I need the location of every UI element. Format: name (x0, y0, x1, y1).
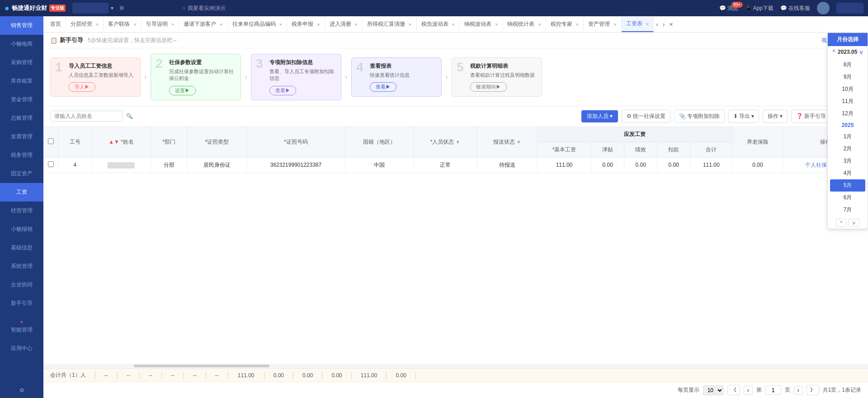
select-all-checkbox[interactable] (48, 138, 54, 144)
tab-close-all-btn[interactable]: × (667, 21, 675, 28)
next-page-btn[interactable]: › (794, 386, 803, 395)
sidebar-item-ledger[interactable]: 总账管理 (0, 109, 43, 127)
close-tab-tax-fluctuation[interactable]: × (495, 22, 498, 27)
close-tab-customer[interactable]: × (133, 22, 136, 27)
tab-tax-expert[interactable]: 税控专家 × (546, 17, 584, 32)
user-avatar[interactable] (817, 2, 830, 14)
sidebar-item-system[interactable]: 系统管理 (0, 257, 43, 276)
horizontal-scrollbar[interactable] (43, 364, 868, 368)
tab-customer[interactable]: 客户联络 × (104, 17, 141, 32)
row-checkbox[interactable] (48, 161, 54, 167)
sidebar-item-capital[interactable]: 资金管理 (0, 90, 43, 109)
month-next-btn[interactable]: v (859, 48, 863, 56)
sidebar-item-assets[interactable]: 固定资产 (0, 164, 43, 183)
sidebar-item-operations[interactable]: 经营管理 (0, 201, 43, 220)
per-page-select[interactable]: 10 (703, 385, 724, 395)
export-btn[interactable]: ⬇ 导出 ▾ (728, 110, 759, 123)
sidebar-gear-btn[interactable]: ⚙ (0, 383, 43, 398)
sidebar-item-tax[interactable]: 税务管理 (0, 146, 43, 164)
close-tab-product-code[interactable]: × (279, 22, 282, 27)
month-item-5-active[interactable]: 5月 (830, 179, 865, 192)
demo-search[interactable]: ○ 我要看实例演示 (182, 5, 226, 12)
scrollbar-thumb[interactable] (134, 365, 269, 367)
tab-layered[interactable]: 分层经营 × (66, 17, 104, 32)
tab-tax-stats[interactable]: 纳税统计表 × (503, 17, 546, 32)
sidebar-item-ai[interactable]: • 智能管理 (0, 313, 43, 339)
step-1-btn[interactable]: 导入▶ (69, 82, 95, 92)
close-tab-salary[interactable]: × (646, 21, 649, 27)
tab-prev-btn[interactable]: ‹ (654, 21, 660, 28)
close-tab-tax-burden[interactable]: × (452, 22, 455, 27)
workspace-dropdown[interactable]: ▾ (108, 4, 116, 12)
month-item-11[interactable]: 11月 (828, 95, 868, 108)
close-tab-layered[interactable]: × (96, 22, 99, 27)
sidebar-item-cooperation[interactable]: 企业协同 (0, 276, 43, 294)
special-deduction-btn[interactable]: 📎 专项附加扣除 (674, 110, 725, 123)
tab-tax-report[interactable]: 税务申报 × (287, 17, 325, 32)
guide-btn[interactable]: ❓ 新手引导 (791, 110, 831, 123)
person-status-filter-icon[interactable]: ▼ (456, 140, 460, 145)
month-item-1[interactable]: 1月 (828, 131, 868, 143)
tab-asset-mgmt[interactable]: 资产管理 × (584, 17, 621, 32)
tab-invite[interactable]: 邀请下游客户 × (179, 17, 227, 32)
tab-salary-table[interactable]: 工资表 × (622, 17, 654, 32)
personal-tax-link[interactable]: 个人社保 (805, 162, 827, 168)
step-3-btn[interactable]: 查看▶ (269, 86, 296, 95)
online-service-btn[interactable]: 💬 在线客服 (780, 5, 810, 12)
social-security-setting-btn[interactable]: ⚙ 统一社保设置 (622, 110, 670, 123)
tab-tax-fluctuation[interactable]: 纳税波动表 × (460, 17, 503, 32)
month-scroll-up-btn[interactable]: ^ (836, 219, 846, 227)
close-tab-income-tax[interactable]: × (409, 22, 411, 27)
month-item-8[interactable]: 8月 (828, 59, 868, 71)
page-number-input[interactable] (765, 385, 781, 395)
tab-guide[interactable]: 引导说明 × (142, 17, 179, 32)
month-item-6[interactable]: 6月 (828, 192, 868, 204)
tab-product-code[interactable]: 往来单位商品编码 × (228, 17, 287, 32)
sidebar-item-guide[interactable]: 新手引导 (0, 294, 43, 313)
step-4-btn[interactable]: 查看▶ (370, 82, 396, 92)
month-item-10[interactable]: 10月 (828, 83, 868, 95)
last-page-btn[interactable]: 》 (807, 385, 819, 395)
sidebar-item-app-center[interactable]: 应用中心 (0, 339, 43, 358)
search-icon[interactable]: 🔍 (126, 113, 133, 119)
prev-page-btn[interactable]: ‹ (744, 386, 753, 395)
sidebar-item-inventory[interactable]: 库存核算 (0, 72, 43, 90)
employee-search-input[interactable] (50, 111, 123, 122)
month-item-12[interactable]: 12月 (828, 108, 868, 120)
month-item-9[interactable]: 9月 (828, 71, 868, 83)
tab-tax-burden[interactable]: 税负波动表 × (417, 17, 460, 32)
sidebar-item-sales[interactable]: 销售管理 (0, 16, 43, 35)
close-tab-clearance[interactable]: × (355, 22, 358, 27)
tab-clearance[interactable]: 进入清册 × (325, 17, 363, 32)
report-status-filter-icon[interactable]: ▼ (516, 140, 521, 145)
month-item-4[interactable]: 4月 (828, 167, 868, 179)
step-2-btn[interactable]: 设置▶ (169, 86, 196, 95)
close-tab-tax-report[interactable]: × (317, 22, 320, 27)
sidebar-item-invoice[interactable]: 发票管理 (0, 127, 43, 146)
sidebar-item-purchase[interactable]: 采购管理 (0, 53, 43, 72)
message-btn[interactable]: 💬 消息 99+ (719, 5, 738, 12)
add-employee-btn[interactable]: 添加人员 ▾ (581, 110, 618, 122)
settings-btn[interactable]: ⚙ (116, 4, 128, 12)
close-tab-tax-expert[interactable]: × (576, 22, 579, 27)
step-5-btn[interactable]: 敬请期待▶ (470, 82, 507, 92)
sidebar-item-salary[interactable]: 工资 (0, 183, 43, 201)
close-tab-guide[interactable]: × (171, 22, 174, 27)
tab-income-tax[interactable]: 所得税汇算清缴 × (363, 17, 416, 32)
tab-next-btn[interactable]: › (660, 21, 667, 28)
tab-home[interactable]: 首页 (46, 17, 66, 32)
first-page-btn[interactable]: 《 (727, 385, 740, 395)
month-item-7[interactable]: 7月 (828, 204, 868, 216)
user-menu[interactable] (836, 3, 863, 14)
sidebar-item-basic-info[interactable]: 基础信息 (0, 239, 43, 257)
close-tab-invite[interactable]: × (220, 22, 222, 27)
sidebar-item-ecommerce[interactable]: 小畅电商 (0, 35, 43, 53)
month-item-3[interactable]: 3月 (828, 155, 868, 167)
month-prev-btn[interactable]: ^ (833, 48, 836, 56)
month-item-2[interactable]: 2月 (828, 143, 868, 155)
sidebar-item-expense[interactable]: 小畅报销 (0, 220, 43, 239)
app-download-btn[interactable]: 📱 App下载 (745, 5, 774, 12)
close-tab-tax-stats[interactable]: × (538, 22, 541, 27)
action-btn[interactable]: 操作 ▾ (763, 110, 788, 123)
month-scroll-down-btn[interactable]: v (849, 219, 859, 227)
